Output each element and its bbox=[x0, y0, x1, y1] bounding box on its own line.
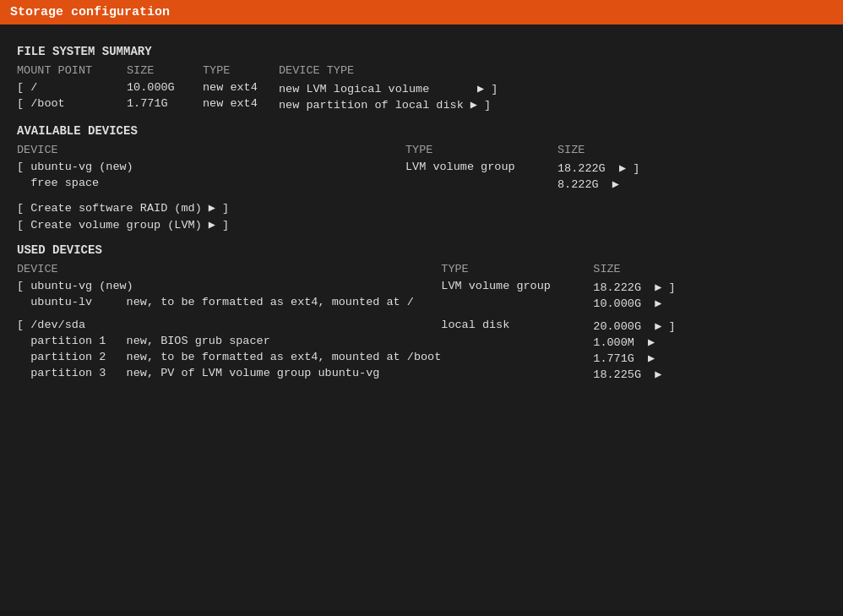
arrow-right-icon: ▶ bbox=[619, 162, 626, 175]
avail-size-1: 18.222G ▶ ] bbox=[557, 160, 826, 176]
used-part2-device: partition 2 new, to be formatted as ext4… bbox=[17, 350, 441, 366]
title-bar: Storage configuration bbox=[0, 0, 843, 25]
fs-col-headers: MOUNT POINT SIZE TYPE DEVICE TYPE bbox=[17, 63, 826, 80]
used-col-size: SIZE bbox=[593, 262, 826, 279]
fs-size-2: 1.771G bbox=[127, 96, 203, 112]
arrow-right-icon: ▶ bbox=[655, 281, 661, 294]
arrow-right-icon: ▶ bbox=[470, 99, 477, 112]
table-row: partition 2 new, to be formatted as ext4… bbox=[17, 350, 826, 366]
used-part2-type bbox=[441, 350, 593, 366]
used-part1-size: 1.000M ▶ bbox=[593, 334, 826, 350]
create-vg-action[interactable]: [ Create volume group (LVM) ▶ ] bbox=[17, 217, 826, 232]
table-row: ubuntu-lv new, to be formatted as ext4, … bbox=[17, 295, 826, 311]
avail-col-type: TYPE bbox=[405, 143, 557, 160]
create-raid-action[interactable]: [ Create software RAID (md) ▶ ] bbox=[17, 200, 826, 215]
used-devices-header: USED DEVICES bbox=[17, 243, 826, 257]
arrow-right-icon: ▶ bbox=[477, 83, 484, 95]
table-row[interactable]: [ /boot 1.771G new ext4 new partition of… bbox=[17, 96, 826, 112]
available-actions: [ Create software RAID (md) ▶ ] [ Create… bbox=[17, 200, 826, 232]
used-vg-device: [ ubuntu-vg (new) bbox=[17, 279, 441, 295]
fs-type-2: new ext4 bbox=[203, 96, 279, 112]
used-col-headers: DEVICE TYPE SIZE bbox=[17, 262, 826, 279]
fs-type-1: new ext4 bbox=[203, 80, 279, 96]
table-row[interactable]: [ ubuntu-vg (new) LVM volume group 18.22… bbox=[17, 160, 826, 176]
fs-mount-2: [ /boot bbox=[17, 96, 127, 112]
table-row: partition 1 new, BIOS grub spacer 1.000M… bbox=[17, 334, 826, 350]
table-row: partition 3 new, PV of LVM volume group … bbox=[17, 366, 826, 382]
avail-type-free bbox=[405, 176, 557, 192]
used-part3-type bbox=[441, 366, 593, 382]
arrow-right-icon: ▶ bbox=[648, 336, 655, 349]
fs-device-type-2: new partition of local disk ▶ ] bbox=[279, 96, 826, 112]
avail-type-1: LVM volume group bbox=[405, 160, 557, 176]
fs-col-mount: MOUNT POINT bbox=[17, 63, 127, 80]
used-sda-device: [ /dev/sda bbox=[17, 318, 441, 334]
arrow-right-icon: ▶ bbox=[648, 352, 655, 365]
table-row: free space 8.222G ▶ bbox=[17, 176, 826, 192]
avail-col-headers: DEVICE TYPE SIZE bbox=[17, 143, 826, 160]
used-lv-size: 10.000G ▶ bbox=[593, 295, 826, 311]
used-col-type: TYPE bbox=[441, 262, 593, 279]
avail-col-size: SIZE bbox=[557, 143, 826, 160]
used-part1-type bbox=[441, 334, 593, 350]
title-label: Storage configuration bbox=[10, 5, 170, 19]
spacer-row bbox=[17, 311, 826, 318]
arrow-right-icon: ▶ bbox=[209, 202, 215, 215]
used-part2-size: 1.771G ▶ bbox=[593, 350, 826, 366]
used-part1-device: partition 1 new, BIOS grub spacer bbox=[17, 334, 441, 350]
fs-col-size: SIZE bbox=[127, 63, 203, 80]
fs-device-type-1: new LVM logical volume ▶ ] bbox=[279, 80, 826, 96]
table-row[interactable]: [ /dev/sda local disk 20.000G ▶ ] bbox=[17, 318, 826, 334]
used-part3-device: partition 3 new, PV of LVM volume group … bbox=[17, 366, 441, 382]
fs-mount-1: [ / bbox=[17, 80, 127, 96]
main-content: FILE SYSTEM SUMMARY MOUNT POINT SIZE TYP… bbox=[0, 25, 843, 610]
available-devices-table: DEVICE TYPE SIZE [ ubuntu-vg (new) LVM v… bbox=[17, 143, 826, 192]
used-lv-device: ubuntu-lv new, to be formatted as ext4, … bbox=[17, 295, 441, 311]
avail-device-1: [ ubuntu-vg (new) bbox=[17, 160, 405, 176]
arrow-right-icon: ▶ bbox=[655, 368, 661, 381]
available-devices-header: AVAILABLE DEVICES bbox=[17, 124, 826, 138]
used-col-device: DEVICE bbox=[17, 262, 441, 279]
used-sda-type: local disk bbox=[441, 318, 593, 334]
fs-col-device-type: DEVICE TYPE bbox=[279, 63, 826, 80]
fs-size-1: 10.000G bbox=[127, 80, 203, 96]
table-row[interactable]: [ / 10.000G new ext4 new LVM logical vol… bbox=[17, 80, 826, 96]
fs-summary-table: MOUNT POINT SIZE TYPE DEVICE TYPE [ / 10… bbox=[17, 63, 826, 112]
used-part3-size: 18.225G ▶ bbox=[593, 366, 826, 382]
used-lv-type bbox=[441, 295, 593, 311]
arrow-right-icon: ▶ bbox=[209, 219, 215, 232]
arrow-right-icon: ▶ bbox=[612, 178, 619, 191]
used-sda-size: 20.000G ▶ ] bbox=[593, 318, 826, 334]
avail-col-device: DEVICE bbox=[17, 143, 405, 160]
arrow-right-icon: ▶ bbox=[655, 297, 661, 310]
used-devices-table: DEVICE TYPE SIZE [ ubuntu-vg (new) LVM v… bbox=[17, 262, 826, 382]
fs-summary-header: FILE SYSTEM SUMMARY bbox=[17, 45, 826, 58]
avail-size-free: 8.222G ▶ bbox=[557, 176, 826, 192]
used-vg-type: LVM volume group bbox=[441, 279, 593, 295]
table-row[interactable]: [ ubuntu-vg (new) LVM volume group 18.22… bbox=[17, 279, 826, 295]
used-vg-size: 18.222G ▶ ] bbox=[593, 279, 826, 295]
arrow-right-icon: ▶ bbox=[655, 320, 661, 333]
fs-col-type: TYPE bbox=[203, 63, 279, 80]
avail-device-free: free space bbox=[17, 176, 405, 192]
